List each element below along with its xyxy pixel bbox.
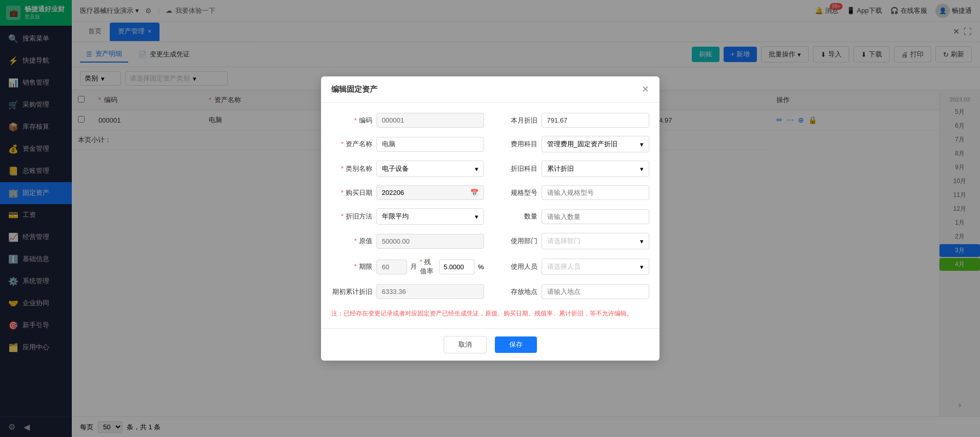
user-label: 使用人员 [496, 262, 537, 271]
asset-name-label: * 资产名称 [331, 140, 372, 149]
modal-title: 编辑固定资产 [331, 85, 377, 94]
depreciation-method-row: * 折旧方法 年限平均 ▾ [331, 208, 484, 225]
asset-name-input[interactable] [376, 137, 484, 152]
depreciation-method-label: * 折旧方法 [331, 212, 372, 221]
category-name-label: * 类别名称 [331, 164, 372, 173]
monthly-depreciation-row: 本月折旧 [496, 113, 649, 128]
spec-row: 规格型号 [496, 185, 649, 200]
department-placeholder: 请选择部门 [547, 236, 581, 246]
original-value-row: * 原值 [331, 233, 484, 249]
spec-input[interactable] [542, 185, 649, 200]
expense-account-row: 费用科目 管理费用_固定资产折旧 ▾ [496, 136, 649, 152]
user-select[interactable]: 请选择人员 ▾ [542, 259, 649, 275]
edit-asset-modal: 编辑固定资产 ✕ * 编码 本月折旧 * 资产名称 [321, 76, 659, 361]
quantity-input[interactable] [542, 209, 649, 224]
user-placeholder: 请选择人员 [547, 262, 581, 271]
depreciation-account-arrow: ▾ [640, 165, 644, 173]
user-arrow: ▾ [640, 263, 644, 271]
depreciation-account-label: 折旧科目 [496, 164, 537, 173]
residual-percent: % [478, 263, 484, 271]
purchase-date-picker[interactable]: 202206 📅 [376, 185, 484, 200]
code-input[interactable] [376, 113, 484, 128]
asset-name-row: * 资产名称 [331, 136, 484, 152]
initial-depreciation-label: 期初累计折旧 [331, 287, 372, 296]
department-select[interactable]: 请选择部门 ▾ [542, 233, 649, 249]
expense-account-arrow: ▾ [640, 141, 644, 148]
period-input[interactable] [376, 260, 407, 274]
modal-header: 编辑固定资产 ✕ [321, 76, 659, 103]
purchase-date-value: 202206 [382, 189, 404, 196]
expense-account-value: 管理费用_固定资产折旧 [547, 140, 617, 149]
location-label: 存放地点 [496, 287, 537, 296]
purchase-date-row: * 购买日期 202206 📅 [331, 185, 484, 200]
modal-close-button[interactable]: ✕ [642, 84, 649, 95]
depreciation-account-row: 折旧科目 累计折旧 ▾ [496, 161, 649, 177]
original-value-label: * 原值 [331, 236, 372, 246]
purchase-date-label: * 购买日期 [331, 188, 372, 197]
save-button[interactable]: 保存 [495, 336, 537, 353]
initial-depreciation-row: 期初累计折旧 [331, 284, 484, 299]
cancel-button[interactable]: 取消 [444, 336, 487, 353]
period-residual-inputs: 月 * 残值率 % [376, 257, 484, 276]
residual-rate-label: * 残值率 [420, 257, 436, 276]
method-arrow: ▾ [475, 213, 478, 221]
expense-account-label: 费用科目 [496, 140, 537, 149]
residual-rate-input[interactable] [439, 260, 475, 274]
initial-depreciation-input[interactable] [376, 284, 484, 299]
category-select[interactable]: 电子设备 ▾ [376, 161, 484, 177]
code-label: * 编码 [331, 116, 372, 125]
depreciation-method-select[interactable]: 年限平均 ▾ [376, 208, 484, 225]
department-label: 使用部门 [496, 236, 537, 246]
modal-footer: 取消 保存 [321, 328, 659, 361]
original-value-input[interactable] [376, 234, 484, 249]
department-row: 使用部门 请选择部门 ▾ [496, 233, 649, 249]
category-row: * 类别名称 电子设备 ▾ [331, 161, 484, 177]
modal-overlay: 编辑固定资产 ✕ * 编码 本月折旧 * 资产名称 [0, 0, 980, 437]
modal-body: * 编码 本月折旧 * 资产名称 费用科目 [321, 103, 659, 328]
department-arrow: ▾ [640, 237, 644, 245]
user-row: 使用人员 请选择人员 ▾ [496, 257, 649, 276]
spec-label: 规格型号 [496, 188, 537, 197]
category-arrow: ▾ [475, 165, 478, 173]
period-label: * 期限 [331, 262, 372, 271]
quantity-row: 数量 [496, 208, 649, 225]
category-value: 电子设备 [382, 164, 409, 173]
depreciation-method-value: 年限平均 [382, 212, 409, 221]
monthly-depreciation-input[interactable] [542, 113, 649, 128]
code-row: * 编码 [331, 113, 484, 128]
monthly-depreciation-label: 本月折旧 [496, 116, 537, 125]
period-unit: 月 [410, 262, 417, 271]
quantity-label: 数量 [496, 212, 537, 221]
depreciation-account-value: 累计折旧 [547, 164, 574, 173]
location-row: 存放地点 [496, 284, 649, 299]
period-residual-row: * 期限 月 * 残值率 % [331, 257, 484, 276]
depreciation-account-select[interactable]: 累计折旧 ▾ [542, 161, 649, 177]
modal-note: 注：已经存在变更记录或者对应固定资产已经生成凭证，原值、购买日期、残值率、累计折… [331, 307, 649, 318]
calendar-icon: 📅 [470, 189, 478, 196]
expense-account-select[interactable]: 管理费用_固定资产折旧 ▾ [542, 136, 649, 152]
location-input[interactable] [542, 284, 649, 299]
